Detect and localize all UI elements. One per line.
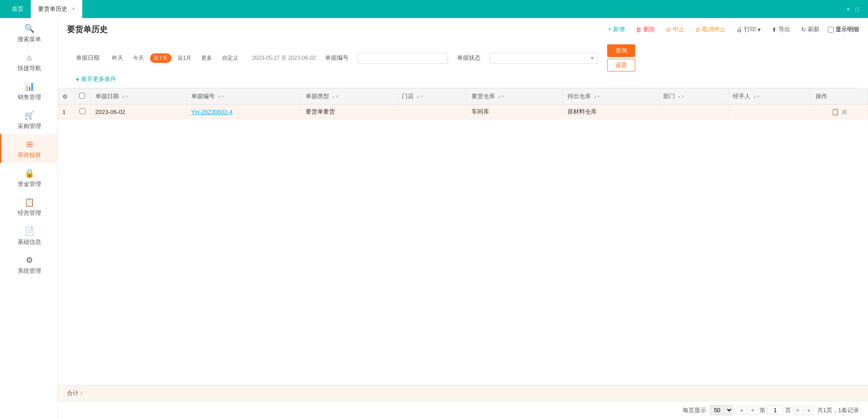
toolbar: + 新增 🗑 删除 ⊘ 中止 ⊘ 取消中止 🖨 打 [605,24,859,35]
print-button[interactable]: 🖨 打印 ▾ [734,24,764,35]
shortcut-7days[interactable]: 近7天 [150,53,171,63]
window-close-btn[interactable]: × [847,6,850,13]
shortcut-custom[interactable]: 自定义 [218,53,242,63]
cancel-button[interactable]: ⊘ 取消中止 [693,24,728,35]
doc-no-input[interactable] [358,52,448,64]
expand-more-btn[interactable]: ▾ 展开更多条件 [76,75,116,83]
row-detail-icon[interactable]: ⊞ [842,108,847,115]
next-page-btn[interactable]: > [793,406,802,415]
td-dept [659,105,728,119]
row-checkbox[interactable] [80,108,85,114]
action-btn-group: 查询 设置 [607,44,635,71]
td-pending-warehouse: 原材料仓库 [562,105,658,119]
sidebar-item-operations-mgmt[interactable]: 📋 经营管理 [0,192,57,221]
th-settings[interactable]: ⚙ [58,89,74,105]
finance-icon: 🔒 [24,168,34,178]
date-shortcuts: 昨天 今天 近7天 近1月 更多 自定义 [108,53,242,63]
sort-doc-date-icon: ▲▼ [121,95,128,99]
sort-doc-no-icon: ▲▼ [217,95,224,99]
data-table: ⚙ 单据日期 ▲▼ 单据编号 ▲▼ 单据类型 [58,89,868,119]
doc-no-link[interactable]: YH-20230602-4 [191,109,233,115]
top-bar-right: × □ [847,6,863,13]
export-icon: ⬆ [772,26,777,33]
sidebar-item-basic-info[interactable]: 📄 基础信息 [0,221,57,250]
sidebar-item-inventory-calc[interactable]: ⊞ 库存核算 [0,134,57,163]
quick-nav-icon: ⌂ [24,52,34,62]
basic-info-icon: 📄 [24,226,34,236]
table-body: 1 2023-06-02 YH-20230602-4 要货单要货 车间库 原材料… [58,105,868,119]
page-title-row: 要货单历史 + 新增 🗑 删除 ⊘ 中止 ⊘ 取消中止 [67,24,859,35]
th-req-warehouse[interactable]: 要货仓库 ▲▼ [467,89,562,105]
total-info: 共1页，1条记录 [817,406,859,414]
shortcut-more[interactable]: 更多 [198,53,216,63]
row-ops: 📋 ⊞ [816,108,863,115]
system-icon: ⚙ [24,255,34,265]
stop-icon: ⊘ [666,26,671,33]
shortcut-yesterday[interactable]: 昨天 [108,53,127,63]
page-of-label: 页 [785,406,791,414]
settings-button[interactable]: 设置 [607,59,635,71]
main-layout: 🔍 搜索菜单 ⌂ 快捷导航 📊 销售管理 🛒 采购管理 ⊞ 库存核算 🔒 资金管… [0,18,868,419]
per-page-select[interactable]: 50 20 100 200 [710,405,733,415]
tab-home[interactable]: 首页 [5,0,31,18]
shortcut-1month[interactable]: 近1月 [174,53,195,63]
purchase-icon: 🛒 [24,110,34,120]
print-dropdown-icon[interactable]: ▾ [758,26,761,33]
th-pending-warehouse[interactable]: 待出仓库 ▲▼ [562,89,658,105]
page-header: 要货单历史 + 新增 🗑 删除 ⊘ 中止 ⊘ 取消中止 [58,18,868,89]
page-input[interactable] [767,405,783,415]
operations-icon: 📋 [24,197,34,207]
filter-row-expand: ▾ 展开更多条件 [76,75,850,83]
sidebar-item-quick-nav[interactable]: ⌂ 快捷导航 [0,47,57,76]
td-doc-date: 2023-06-02 [90,105,186,119]
td-checkbox [74,105,90,119]
date-range-display: 2023-05-27 至 2023-06-02 [252,54,316,62]
status-select-wrapper [490,52,598,64]
sidebar-item-search-menu[interactable]: 🔍 搜索菜单 [0,18,57,47]
window-maximize-btn[interactable]: □ [855,6,859,13]
prev-page-btn[interactable]: < [748,406,758,415]
export-button[interactable]: ⬆ 导出 [769,24,793,35]
sort-dept-icon: ▲▼ [678,95,685,99]
th-checkbox [74,89,90,105]
sidebar-item-system-mgmt[interactable]: ⚙ 系统管理 [0,250,57,279]
new-button[interactable]: + 新增 [605,24,627,35]
sidebar-item-finance-mgmt[interactable]: 🔒 资金管理 [0,163,57,192]
row-edit-icon[interactable]: 📋 [831,108,839,115]
th-handler[interactable]: 经手人 ▲▼ [728,89,811,105]
th-doc-type[interactable]: 单据类型 ▲▼ [301,89,397,105]
sales-icon: 📊 [24,81,34,91]
status-select[interactable] [490,52,598,64]
td-num: 1 [58,105,74,119]
query-button[interactable]: 查询 [607,44,635,57]
th-store[interactable]: 门店 ▲▼ [397,89,467,105]
th-doc-no[interactable]: 单据编号 ▲▼ [186,89,301,105]
sidebar-item-sales-mgmt[interactable]: 📊 销售管理 [0,76,57,105]
date-filter-label: 单据日期 [76,54,99,62]
select-all-checkbox[interactable] [79,93,85,99]
first-page-btn[interactable]: « [737,406,746,415]
sidebar-item-purchase-mgmt[interactable]: 🛒 采购管理 [0,105,57,134]
refresh-button[interactable]: ↻ 刷新 [798,24,822,35]
show-detail-checkbox-label[interactable]: 显示明细 [828,25,859,33]
sort-req-warehouse-icon: ▲▼ [497,95,505,99]
td-doc-type: 要货单要货 [301,105,397,119]
tab-requisition-history[interactable]: 要货单历史 × [31,0,82,18]
show-detail-checkbox[interactable] [828,27,834,33]
delete-button[interactable]: 🗑 删除 [633,24,658,35]
sidebar: 🔍 搜索菜单 ⌂ 快捷导航 📊 销售管理 🛒 采购管理 ⊞ 库存核算 🔒 资金管… [0,18,58,419]
filter-area: 单据日期 昨天 今天 近7天 近1月 更多 自定义 2023-05-27 至 2… [67,40,859,88]
td-ops: 📋 ⊞ [811,105,868,119]
td-handler [728,105,811,119]
close-tab-icon[interactable]: × [72,6,75,12]
last-page-btn[interactable]: » [804,406,814,415]
th-dept[interactable]: 部门 ▲▼ [659,89,728,105]
th-doc-date[interactable]: 单据日期 ▲▼ [90,89,186,105]
pagination: 每页显示 50 20 100 200 « < 第 页 > » 共1页，1条记录 [58,401,868,419]
page-nav: « < 第 页 > » [737,405,813,415]
print-icon: 🖨 [736,26,742,33]
td-req-warehouse: 车间库 [467,105,562,119]
cancel-icon: ⊘ [695,26,700,33]
stop-button[interactable]: ⊘ 中止 [663,24,687,35]
shortcut-today[interactable]: 今天 [129,53,147,63]
